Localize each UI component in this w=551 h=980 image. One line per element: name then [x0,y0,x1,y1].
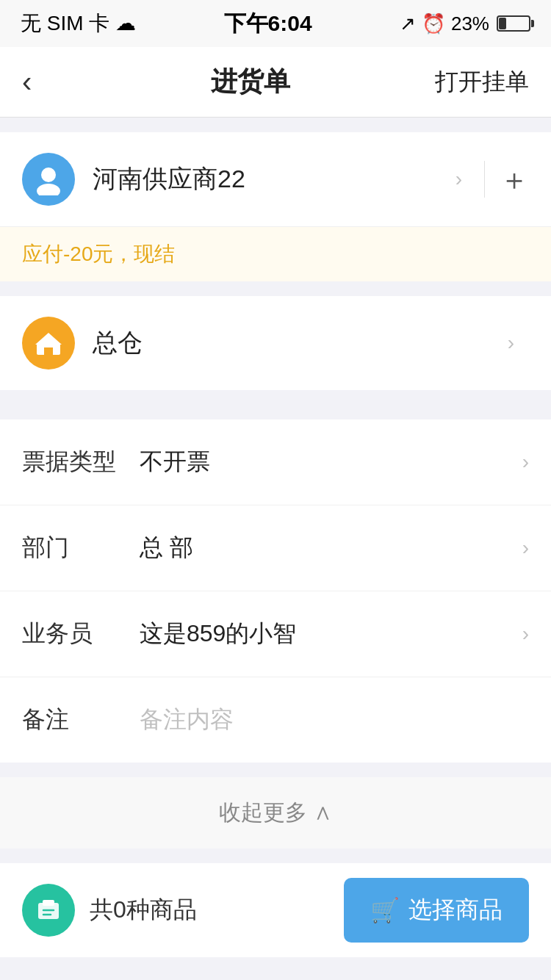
salesperson-row[interactable]: 业务员 这是859的小智 › [0,591,551,677]
select-product-icon: 🛒 [370,896,400,924]
bottom-bar: 共0种商品 🛒 选择商品 [0,863,551,957]
select-product-label: 选择商品 [408,894,503,926]
warehouse-icon [34,328,63,358]
warehouse-section: 总仓 › [0,296,551,390]
supplier-section: 河南供应商22 › ＋ 应付-20元，现结 [0,132,551,281]
warehouse-icon-wrap [22,317,75,370]
mid-divider2 [0,390,551,405]
supplier-row[interactable]: 河南供应商22 › ＋ [0,132,551,227]
open-pending-button[interactable]: 打开挂单 [435,66,529,98]
status-left: 无 SIM 卡 ☁ [21,10,136,37]
remark-row[interactable]: 备注 备注内容 [0,677,551,763]
status-time: 下午6:04 [224,9,312,39]
svg-point-1 [37,184,60,195]
supplier-chevron-icon: › [455,167,462,191]
collapse-label: 收起更多 ∧ [219,798,331,828]
nav-bar: ‹ 进货单 打开挂单 [0,47,551,118]
status-right: ↗ ⏰ 23% [400,12,530,35]
svg-rect-4 [44,347,53,355]
mid-divider1 [0,281,551,296]
sim-label: 无 SIM 卡 ☁ [21,10,136,37]
supplier-avatar [22,153,75,206]
alarm-icon: ⏰ [422,12,445,35]
remark-placeholder: 备注内容 [125,704,529,736]
svg-marker-3 [35,333,62,345]
invoice-type-row[interactable]: 票据类型 不开票 › [0,419,551,505]
back-button[interactable]: ‹ [22,65,66,98]
form-section: 票据类型 不开票 › 部门 总 部 › 业务员 这是859的小智 › 备注 备注… [0,419,551,763]
notice-row: 应付-20元，现结 [0,227,551,281]
invoice-type-chevron-icon: › [522,450,529,474]
invoice-type-label: 票据类型 [22,446,125,478]
salesperson-label: 业务员 [22,618,125,650]
invoice-type-value: 不开票 [125,446,522,478]
location-icon: ↗ [400,12,416,35]
collapse-row[interactable]: 收起更多 ∧ [0,777,551,849]
battery-percent: 23% [451,12,489,35]
product-icon-wrap [22,884,75,937]
add-supplier-button[interactable]: ＋ [492,159,529,200]
department-row[interactable]: 部门 总 部 › [0,505,551,591]
supplier-name: 河南供应商22 [93,162,455,196]
svg-point-0 [41,167,56,182]
page-title: 进货单 [211,64,290,100]
select-product-button[interactable]: 🛒 选择商品 [344,878,529,943]
top-divider [0,118,551,132]
user-icon [32,163,65,195]
product-count: 共0种商品 [90,894,344,926]
warehouse-row[interactable]: 总仓 › [0,296,551,390]
svg-rect-6 [43,900,54,906]
department-chevron-icon: › [522,536,529,560]
product-icon [34,896,63,925]
supplier-divider [484,161,485,198]
warehouse-name: 总仓 [93,326,508,360]
department-value: 总 部 [125,532,522,564]
department-label: 部门 [22,532,125,564]
warehouse-chevron-icon: › [508,331,514,355]
salesperson-value: 这是859的小智 [125,618,522,650]
battery-icon [497,15,530,32]
salesperson-chevron-icon: › [522,622,529,646]
remark-label: 备注 [22,704,125,736]
status-bar: 无 SIM 卡 ☁ 下午6:04 ↗ ⏰ 23% [0,0,551,47]
